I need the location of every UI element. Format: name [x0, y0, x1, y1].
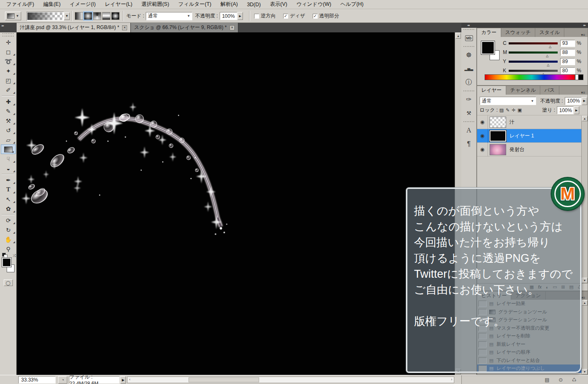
- scroll-up-icon[interactable]: ▲: [456, 33, 461, 39]
- custom-shape-tool[interactable]: ✿◢: [0, 204, 17, 213]
- scroll-right-icon[interactable]: ›: [451, 377, 452, 382]
- canvas-horizontal-scrollbar[interactable]: ‹ ›: [127, 377, 454, 383]
- layer-thumbnail[interactable]: [490, 130, 506, 142]
- layer-row-layer1[interactable]: ◉ レイヤー 1: [477, 129, 581, 143]
- dock-grip[interactable]: [463, 46, 474, 47]
- info-panel-button[interactable]: ⓘ: [461, 76, 476, 89]
- checkbox-box[interactable]: ✓: [283, 14, 288, 19]
- foreground-color-swatch[interactable]: [2, 258, 11, 267]
- radial-gradient-button[interactable]: [84, 12, 92, 20]
- magic-wand-tool[interactable]: ✦◢: [0, 66, 17, 76]
- black-swatch[interactable]: [578, 74, 583, 80]
- cyan-slider[interactable]: △: [509, 42, 558, 44]
- history-scrollbar[interactable]: ▲ ▼: [581, 300, 588, 374]
- scrollbar-thumb[interactable]: [189, 377, 259, 382]
- zoom-tool[interactable]: ⚲: [0, 244, 17, 254]
- dock-grip[interactable]: [463, 121, 474, 122]
- checkbox-box[interactable]: ✓: [313, 14, 318, 19]
- layer-opacity-input[interactable]: 100%: [565, 97, 581, 105]
- panel-menu-icon[interactable]: ▾≡: [581, 294, 588, 300]
- yellow-value-input[interactable]: 89: [560, 58, 575, 65]
- layer-row-hasshadai[interactable]: ◉ 発射台: [477, 143, 581, 157]
- layer-row-shiru[interactable]: ◉ 汁: [477, 115, 581, 129]
- tab-color[interactable]: カラー: [477, 28, 501, 37]
- new-snapshot-icon[interactable]: ⊙: [559, 377, 563, 383]
- dock-grip[interactable]: [463, 90, 474, 91]
- document-tab-active[interactable]: 汁講座.psd @ 33.3% (レイヤー 1, RGB/8#) * ✕: [17, 23, 131, 32]
- visibility-eye-icon[interactable]: ◉: [477, 129, 488, 143]
- brush-tool[interactable]: ✎◢: [0, 106, 17, 116]
- histogram-panel-button[interactable]: ▂▅▃: [461, 62, 476, 76]
- slider-handle[interactable]: △: [547, 63, 549, 67]
- visibility-eye-icon[interactable]: ◉: [477, 143, 488, 157]
- history-brush-tool[interactable]: ↺◢: [0, 125, 17, 135]
- type-tool[interactable]: T◢: [0, 185, 17, 194]
- smudge-tool[interactable]: ☟◢: [0, 154, 17, 164]
- gradient-tool[interactable]: ◢: [1, 144, 16, 154]
- magenta-value-input[interactable]: 88: [560, 49, 575, 56]
- scroll-left-icon[interactable]: ‹: [129, 377, 130, 382]
- scroll-up-icon[interactable]: ▲: [582, 300, 588, 306]
- clone-stamp-tool[interactable]: ⚒◢: [0, 116, 17, 125]
- yellow-slider[interactable]: △: [509, 61, 558, 63]
- menu-select[interactable]: 選択範囲(S): [137, 1, 174, 8]
- dock-grip[interactable]: [463, 29, 474, 30]
- 3d-orbit-tool[interactable]: ↻◢: [0, 225, 17, 235]
- slider-handle[interactable]: △: [549, 45, 551, 49]
- checkbox-box[interactable]: [254, 14, 259, 19]
- move-tool[interactable]: ✛: [0, 37, 17, 47]
- 3d-rotate-tool[interactable]: ⟳◢: [0, 215, 17, 225]
- zoom-level-input[interactable]: 33.33%: [18, 376, 56, 384]
- eyedropper-tool[interactable]: ✐◢: [0, 85, 17, 95]
- menu-help[interactable]: ヘルプ(H): [336, 1, 368, 8]
- lock-pixels-icon[interactable]: ✎: [506, 108, 510, 113]
- panel-dock-header[interactable]: ◂◂ ▸▸: [461, 23, 588, 28]
- menu-image[interactable]: イメージ(I): [65, 1, 100, 8]
- rectangular-marquee-tool[interactable]: ◻◢: [0, 47, 17, 56]
- gradient-picker-arrow[interactable]: ▼: [64, 12, 70, 20]
- gradient-preview[interactable]: [27, 12, 63, 20]
- lock-position-icon[interactable]: ✛: [512, 108, 515, 113]
- angle-gradient-button[interactable]: [93, 12, 101, 20]
- document-tab-inactive[interactable]: スクショ @ 66.7% (レイヤー 9, RGB/8) * ✕: [131, 23, 238, 32]
- menu-analysis[interactable]: 解析(A): [216, 1, 243, 8]
- menu-edit[interactable]: 編集(E): [39, 1, 65, 8]
- tool-preset-picker[interactable]: ▼: [5, 9, 21, 23]
- path-selection-tool[interactable]: ↖◢: [0, 194, 17, 204]
- lock-all-icon[interactable]: ▣: [517, 108, 522, 113]
- menu-layer[interactable]: レイヤー(L): [100, 1, 137, 8]
- mini-bridge-panel-button[interactable]: Mb: [461, 31, 476, 45]
- menu-view[interactable]: 表示(V): [265, 1, 292, 8]
- diamond-gradient-button[interactable]: [111, 12, 120, 20]
- layer-thumbnail[interactable]: [490, 117, 506, 128]
- delete-state-icon[interactable]: ♺: [572, 377, 576, 383]
- tab-paths[interactable]: パス: [540, 86, 559, 95]
- linear-gradient-button[interactable]: [75, 12, 83, 20]
- menu-filter[interactable]: フィルター(T): [174, 1, 216, 8]
- opacity-input[interactable]: 100%: [220, 12, 237, 20]
- layer-fill-spinner[interactable]: ▶: [574, 106, 579, 114]
- layer-opacity-spinner[interactable]: ▶: [582, 97, 587, 105]
- foreground-color-swatch[interactable]: [481, 41, 495, 54]
- lock-transparency-icon[interactable]: ▨: [500, 108, 504, 113]
- visibility-eye-icon[interactable]: ◉: [477, 115, 488, 129]
- close-icon[interactable]: ✕: [230, 25, 235, 30]
- tab-swatches[interactable]: スウォッチ: [501, 28, 535, 37]
- panel-menu-icon[interactable]: ▾≡: [581, 31, 588, 37]
- document-canvas[interactable]: [17, 32, 455, 375]
- pen-tool[interactable]: ✒◢: [0, 175, 17, 185]
- crop-tool[interactable]: ◰◢: [0, 76, 17, 85]
- reverse-checkbox[interactable]: 逆方向: [254, 12, 276, 20]
- status-options-button[interactable]: ▶: [120, 376, 126, 384]
- quick-mask-button[interactable]: ◯: [4, 279, 13, 286]
- reflected-gradient-button[interactable]: [102, 12, 110, 20]
- tab-styles[interactable]: スタイル: [535, 28, 564, 37]
- transparency-checkbox[interactable]: ✓ 透明部分: [313, 12, 339, 20]
- collapse-panels-icon[interactable]: ◂◂: [467, 24, 469, 27]
- black-slider[interactable]: △: [509, 70, 558, 72]
- lasso-tool[interactable]: ➰◢: [0, 56, 17, 66]
- magenta-slider[interactable]: △: [509, 51, 558, 54]
- gradient-picker[interactable]: ▼: [27, 9, 70, 23]
- palette-grip[interactable]: [2, 33, 14, 37]
- tab-layers[interactable]: レイヤー: [477, 86, 506, 95]
